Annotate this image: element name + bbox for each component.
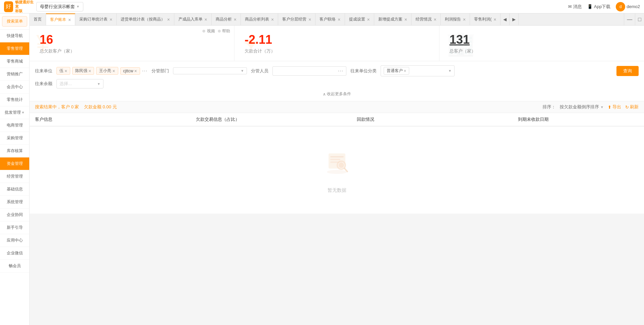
tab-new-plan[interactable]: 新增提成方案 × — [374, 13, 412, 26]
empty-icon — [322, 147, 352, 183]
tab-close-icon[interactable]: × — [308, 17, 311, 22]
dept-selector[interactable]: ▼ — [173, 67, 247, 74]
tab-close-icon[interactable]: × — [234, 17, 237, 22]
tab-close-icon[interactable]: × — [271, 17, 274, 22]
tab-retail-profit[interactable]: 零售利润( × — [470, 13, 501, 26]
collapse-filter-btn[interactable]: ∧ 收起更多条件 — [323, 91, 351, 97]
remove-tag-cjttcw[interactable]: × — [134, 68, 137, 74]
logo-area: 好 畅捷通好生意 标版 — [4, 0, 34, 13]
tab-product-analysis[interactable]: 商品分析 × — [212, 13, 241, 26]
tab-close-icon[interactable]: × — [493, 17, 496, 22]
tab-nav-next-btn[interactable]: ▶ — [510, 13, 519, 26]
sidebar-item-basic-info[interactable]: 基础信息 — [0, 183, 29, 196]
stat-bg-icon-star: ✦ — [241, 30, 261, 57]
export-button[interactable]: ⬆ 导出 — [608, 104, 621, 110]
more-tags-btn[interactable]: ··· — [142, 68, 147, 74]
remove-unit-class-tag[interactable]: × — [404, 69, 406, 73]
sidebar-item-operations[interactable]: 经营管理 — [0, 170, 29, 183]
tab-nav-prev-btn[interactable]: ◀ — [501, 13, 510, 26]
balance-chevron-icon: ▼ — [97, 82, 100, 86]
video-link[interactable]: ⊙ 视频 — [202, 28, 215, 34]
filter-row-1: 往来单位 伍 × 陈民强 × 王小亮 × — [35, 65, 639, 76]
sidebar-item-system[interactable]: 系统管理 — [0, 196, 29, 209]
tab-close-icon[interactable]: × — [338, 17, 340, 22]
page-content: ¥ 16 总欠款客户（家） ⊙ 视频 ⊙ 帮助 ✦ -2.11 欠款合计（万） … — [30, 26, 644, 325]
sort-selector[interactable]: 按欠款金额倒序排序 ▼ — [560, 104, 604, 110]
filter-balance-label: 往来余额 — [35, 81, 52, 87]
tab-close-icon[interactable]: × — [205, 17, 207, 22]
sidebar-item-app-center[interactable]: 应用中心 — [0, 234, 29, 247]
tab-purchase-order[interactable]: 采购订单统计表 × — [75, 13, 117, 26]
remove-tag-chen[interactable]: × — [88, 68, 91, 74]
refresh-icon: ↻ — [625, 105, 629, 110]
sidebar-item-retail-mall[interactable]: 零售商城 — [0, 55, 29, 68]
table-header-customer-info: 客户信息 — [35, 116, 196, 122]
table-header: 客户信息 欠款交易信息（占比） 回款情况 到期未收款日期 — [30, 113, 644, 127]
org-selector[interactable]: 母婴行业演示帐套 ▼ — [36, 2, 83, 11]
content-area: 首页 客户账本 × 采购订单统计表 × 进货单统计表（按商品） × 产成品入库单… — [30, 13, 644, 325]
tab-ops-status[interactable]: 经营情况 × — [412, 13, 441, 26]
stat-bg-icon-yuan: ¥ — [36, 30, 49, 57]
sidebar-item-member-center[interactable]: 会员中心 — [0, 81, 29, 94]
search-menu-button[interactable]: 搜索菜单 — [2, 16, 27, 27]
chevron-down-icon: ▼ — [76, 5, 80, 8]
tab-stock-stats[interactable]: 进货单统计表（按商品） × — [117, 13, 174, 26]
stat-card-overdue-customers: ¥ 16 总欠款客户（家） ⊙ 视频 ⊙ 帮助 — [30, 26, 234, 61]
tab-minimize-btn[interactable]: — — [624, 13, 635, 26]
tab-close-icon[interactable]: × — [404, 17, 407, 22]
person-selector[interactable]: ··· — [272, 66, 346, 76]
tab-close-icon[interactable]: × — [463, 17, 466, 22]
balance-selector[interactable]: 选择... ▼ — [56, 79, 103, 88]
filter-person-label: 分管人员 — [251, 68, 268, 74]
tab-close-icon[interactable]: × — [68, 17, 71, 23]
sidebar-item-retail-stats[interactable]: 零售统计 — [0, 94, 29, 106]
tab-close-icon[interactable]: × — [110, 17, 112, 22]
sidebar-item-enterprise-coop[interactable]: 企业协同 — [0, 209, 29, 221]
refresh-button[interactable]: ↻ 刷新 — [625, 104, 639, 110]
sidebar-item-quick-nav[interactable]: 快捷导航 — [0, 30, 29, 42]
user-menu-btn[interactable]: d demo2 — [616, 2, 640, 11]
tab-customer-contact[interactable]: 客户联络 × — [315, 13, 345, 26]
sidebar: 搜索菜单 快捷导航 零售管理 零售商城 营销推广 会员中心 零售统计 批发管理 … — [0, 13, 30, 325]
filter-tag-cjttcw: cjttcw × — [120, 67, 140, 75]
query-button[interactable]: 查询 — [616, 66, 639, 76]
sidebar-item-inventory[interactable]: 库存核算 — [0, 145, 29, 157]
sidebar-item-enterprise-wx[interactable]: 企业微信 — [0, 247, 29, 260]
tab-customer-ops[interactable]: 客户分层经营 × — [278, 13, 315, 26]
sidebar-item-vip[interactable]: 畅会员 — [0, 260, 29, 273]
tab-product-list[interactable]: 商品分析列表 × — [241, 13, 278, 26]
tab-customer-book[interactable]: 客户账本 × — [46, 13, 75, 26]
sidebar-item-capital[interactable]: 资金管理 — [0, 157, 29, 170]
unit-class-tag: 普通客户 × — [384, 67, 409, 75]
unit-class-selector[interactable]: 普通客户 × ▼ — [381, 65, 455, 76]
tab-close-icon[interactable]: × — [167, 17, 170, 22]
tab-close-icon[interactable]: × — [367, 17, 370, 22]
tab-reminder[interactable]: 提成设置 × — [345, 13, 374, 26]
sidebar-item-retail-mgmt[interactable]: 零售管理 — [0, 42, 29, 55]
message-icon: ✉ — [568, 4, 572, 9]
tab-home[interactable]: 首页 — [30, 13, 46, 26]
remove-tag-wu[interactable]: × — [65, 68, 67, 74]
stat-card-overdue-amount: ✦ -2.11 欠款合计（万） — [234, 26, 439, 61]
tab-close-icon[interactable]: × — [434, 17, 436, 22]
filter-org-unit-label: 往来单位 — [35, 68, 52, 74]
filter-unit-class-label: 往来单位分类 — [350, 68, 377, 74]
stats-row: ¥ 16 总欠款客户（家） ⊙ 视频 ⊙ 帮助 ✦ -2.11 欠款合计（万） … — [30, 26, 644, 61]
empty-state: 暂无数据 — [30, 127, 644, 214]
sidebar-item-new-guide[interactable]: 新手引导 — [0, 221, 29, 234]
sidebar-item-wholesale-mgmt[interactable]: 批发管理 ▼ — [0, 106, 29, 119]
sidebar-item-marketing[interactable]: 营销推广 — [0, 68, 29, 81]
svg-rect-3 — [330, 159, 340, 160]
sidebar-item-ecommerce[interactable]: 电商管理 — [0, 119, 29, 132]
message-btn[interactable]: ✉ 消息 — [568, 4, 582, 10]
tab-maximize-btn[interactable]: □ — [635, 13, 644, 26]
help-link[interactable]: ⊙ 帮助 — [218, 28, 230, 34]
tab-cost-in[interactable]: 产成品入库单 × — [174, 13, 212, 26]
app-download-btn[interactable]: 📱 App下载 — [587, 4, 610, 10]
dept-chevron-icon: ▼ — [241, 69, 244, 73]
tab-actions: — □ — [624, 13, 644, 26]
remove-tag-wang[interactable]: × — [112, 68, 115, 74]
tab-profit-report[interactable]: 利润报告 × — [441, 13, 470, 26]
sidebar-item-purchase[interactable]: 采购管理 — [0, 132, 29, 145]
avatar: d — [616, 2, 625, 11]
